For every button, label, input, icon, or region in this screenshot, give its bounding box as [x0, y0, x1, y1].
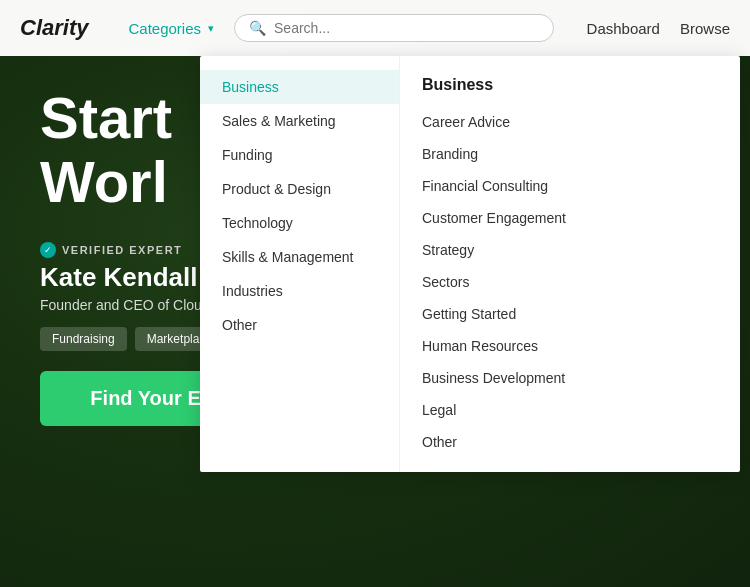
dropdown-left-item-technology[interactable]: Technology	[200, 206, 399, 240]
dropdown-item-other[interactable]: Other	[400, 426, 740, 458]
dropdown-item-customer[interactable]: Customer Engagement	[400, 202, 740, 234]
dropdown-left-item-product[interactable]: Product & Design	[200, 172, 399, 206]
categories-dropdown: Business Sales & Marketing Funding Produ…	[200, 56, 740, 472]
categories-menu[interactable]: Categories ▾	[118, 14, 224, 43]
dropdown-left-item-sales[interactable]: Sales & Marketing	[200, 104, 399, 138]
verified-label: VERIFIED EXPERT	[62, 244, 182, 256]
dropdown-item-business-development[interactable]: Business Development	[400, 362, 740, 394]
dropdown-left-item-skills[interactable]: Skills & Management	[200, 240, 399, 274]
dropdown-item-sectors[interactable]: Sectors	[400, 266, 740, 298]
dropdown-item-financial[interactable]: Financial Consulting	[400, 170, 740, 202]
dropdown-left-item-other[interactable]: Other	[200, 308, 399, 342]
dropdown-item-career-advice[interactable]: Career Advice	[400, 106, 740, 138]
dropdown-right-panel: Business Career Advice Branding Financia…	[400, 56, 740, 472]
chevron-down-icon: ▾	[208, 22, 214, 35]
dropdown-item-legal[interactable]: Legal	[400, 394, 740, 426]
nav-right: Dashboard Browse	[587, 20, 730, 37]
dropdown-item-branding[interactable]: Branding	[400, 138, 740, 170]
dropdown-right-title: Business	[400, 70, 740, 106]
dropdown-item-getting-started[interactable]: Getting Started	[400, 298, 740, 330]
dashboard-link[interactable]: Dashboard	[587, 20, 660, 37]
browse-link[interactable]: Browse	[680, 20, 730, 37]
search-bar[interactable]: 🔍	[234, 14, 554, 42]
dropdown-left-item-industries[interactable]: Industries	[200, 274, 399, 308]
verified-icon: ✓	[40, 242, 56, 258]
dropdown-item-human-resources[interactable]: Human Resources	[400, 330, 740, 362]
categories-label: Categories	[128, 20, 201, 37]
search-icon: 🔍	[249, 20, 266, 36]
dropdown-left-item-funding[interactable]: Funding	[200, 138, 399, 172]
dropdown-left-panel: Business Sales & Marketing Funding Produ…	[200, 56, 400, 472]
navbar: Clarity Categories ▾ 🔍 Dashboard Browse	[0, 0, 750, 56]
tag-fundraising[interactable]: Fundraising	[40, 327, 127, 351]
dropdown-left-item-business[interactable]: Business	[200, 70, 399, 104]
search-input[interactable]	[274, 20, 539, 36]
dropdown-item-strategy[interactable]: Strategy	[400, 234, 740, 266]
logo[interactable]: Clarity	[20, 15, 88, 41]
